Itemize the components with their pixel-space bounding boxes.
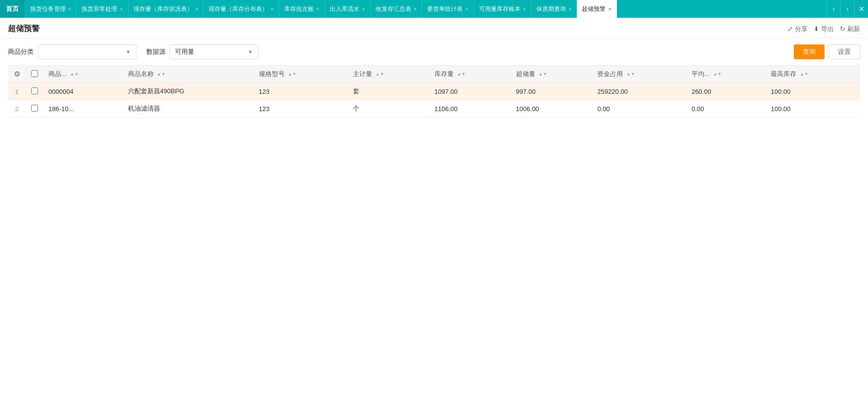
col-checkbox-header [26, 66, 43, 83]
category-label: 商品分类 [8, 47, 34, 56]
settings-button[interactable]: 设置 [828, 44, 860, 59]
row-unit-1: 个 [348, 100, 430, 118]
row-stock-1: 1106.00 [430, 100, 511, 118]
datasource-value: 可用量 [175, 47, 194, 56]
row-num-1: 2 [8, 100, 26, 118]
col-gear: ⚙ [8, 66, 26, 83]
col-name-header: 商品名称 ▲▼ [123, 66, 254, 83]
nav-tab-3[interactable]: 现存量（库存分布表）× [204, 0, 279, 18]
col-avg-header: 平均... ▲▼ [687, 66, 766, 83]
query-button[interactable]: 查询 [794, 44, 825, 59]
col-spec-header: 规格型号 ▲▼ [254, 66, 348, 83]
refresh-icon: ↻ [840, 25, 845, 33]
header-actions: ⤢ 分享 ⬇ 导出 ↻ 刷新 [787, 25, 860, 34]
data-table: ⚙ 商品... ▲▼ 商品名称 ▲▼ 规格型号 ▲▼ [8, 65, 860, 118]
sort-avg-icon[interactable]: ▲▼ [713, 72, 722, 77]
table-row: 2 186-10... 机油滤清器 123 个 1106.00 1006.00 … [8, 100, 860, 118]
close-tab-icon-5[interactable]: × [362, 6, 365, 12]
row-code-0: 0000004 [43, 83, 123, 100]
col-unit-header: 主计量 ▲▼ [348, 66, 430, 83]
nav-next-arrow[interactable]: › [840, 0, 854, 18]
close-tab-icon-6[interactable]: × [414, 6, 417, 12]
nav-tab-0[interactable]: 拣货任务管理× [25, 0, 77, 18]
page-title: 超储预警 [8, 24, 40, 34]
row-over-0: 997.00 [511, 83, 593, 100]
datasource-filter: 数据源 可用量 ▼ [146, 44, 259, 59]
refresh-button[interactable]: ↻ 刷新 [840, 25, 860, 34]
nav-tab-9[interactable]: 保质期查询× [531, 0, 577, 18]
row-spec-1: 123 [254, 100, 348, 118]
sort-spec-icon[interactable]: ▲▼ [288, 72, 297, 77]
datasource-select[interactable]: 可用量 ▼ [170, 44, 259, 59]
col-stock-header: 库存量 ▲▼ [430, 66, 511, 83]
row-name-1: 机油滤清器 [123, 100, 254, 118]
datasource-label: 数据源 [146, 47, 166, 56]
close-tab-icon-1[interactable]: × [120, 6, 123, 12]
col-maxstock-header: 最高库存 ▲▼ [766, 66, 860, 83]
sort-stock-icon[interactable]: ▲▼ [457, 72, 466, 77]
close-tab-icon-2[interactable]: × [195, 6, 198, 12]
sort-unit-icon[interactable]: ▲▼ [376, 72, 385, 77]
nav-tab-6[interactable]: 收发存汇总表× [371, 0, 422, 18]
table-header-row: ⚙ 商品... ▲▼ 商品名称 ▲▼ 规格型号 ▲▼ [8, 66, 860, 83]
nav-tab-8[interactable]: 可用量库存账本× [474, 0, 531, 18]
category-chevron-icon: ▼ [126, 49, 131, 55]
sort-code-icon[interactable]: ▲▼ [70, 72, 79, 77]
row-code-1: 186-10... [43, 100, 123, 118]
close-tab-icon-4[interactable]: × [316, 6, 319, 12]
row-stock-0: 1097.00 [430, 83, 511, 100]
close-tab-icon-0[interactable]: × [68, 6, 71, 12]
row-checkbox-col-1 [26, 100, 43, 118]
sort-over-icon[interactable]: ▲▼ [538, 72, 547, 77]
sort-maxstock-icon[interactable]: ▲▼ [800, 72, 809, 77]
datasource-chevron-icon: ▼ [248, 49, 253, 55]
nav-tab-1[interactable]: 拣货异常处理× [77, 0, 128, 18]
nav-tab-7[interactable]: 要货单统计表× [422, 0, 474, 18]
row-spec-0: 123 [254, 83, 348, 100]
page-header: 超储预警 ⤢ 分享 ⬇ 导出 ↻ 刷新 [0, 18, 868, 39]
table-container: ⚙ 商品... ▲▼ 商品名称 ▲▼ 规格型号 ▲▼ [0, 65, 868, 118]
page-content: 超储预警 ⤢ 分享 ⬇ 导出 ↻ 刷新 商品分类 ▼ 数据源 [0, 18, 868, 395]
row-capital-0: 259220.00 [592, 83, 686, 100]
nav-close-arrow[interactable]: ✕ [854, 0, 868, 18]
close-tab-icon-10[interactable]: × [608, 6, 611, 12]
row-num-0: 1 [8, 83, 26, 100]
nav-prev-arrow[interactable]: ‹ [826, 0, 840, 18]
row-checkbox-1[interactable] [31, 105, 38, 112]
select-all-checkbox[interactable] [31, 70, 38, 77]
row-checkbox-0[interactable] [31, 87, 38, 94]
nav-arrows: ‹ › ✕ [826, 0, 868, 18]
nav-home[interactable]: 首页 [0, 0, 25, 18]
nav-tab-2[interactable]: 现存量（库存状况表）× [129, 0, 204, 18]
col-over-header: 超储量 ▲▼ [511, 66, 593, 83]
nav-tab-4[interactable]: 库存批次账× [279, 0, 325, 18]
share-icon: ⤢ [787, 25, 793, 33]
row-maxstock-0: 100.00 [766, 83, 860, 100]
sort-capital-icon[interactable]: ▲▼ [626, 72, 635, 77]
filter-area: 商品分类 ▼ 数据源 可用量 ▼ 查询 设置 [0, 39, 868, 65]
table-row: 1 0000004 六配套新昌490BPG 123 套 1097.00 997.… [8, 83, 860, 100]
export-icon: ⬇ [814, 25, 819, 33]
row-avg-1: 0.00 [687, 100, 766, 118]
row-maxstock-1: 100.00 [766, 100, 860, 118]
category-filter: 商品分类 ▼ [8, 44, 136, 59]
row-capital-1: 0.00 [592, 100, 686, 118]
close-tab-icon-3[interactable]: × [270, 6, 273, 12]
row-over-1: 1006.00 [511, 100, 593, 118]
export-button[interactable]: ⬇ 导出 [814, 25, 834, 34]
col-code-header: 商品... ▲▼ [43, 66, 123, 83]
close-tab-icon-9[interactable]: × [568, 6, 571, 12]
nav-tab-5[interactable]: 出入库流水× [325, 0, 370, 18]
share-button[interactable]: ⤢ 分享 [787, 25, 808, 34]
col-capital-header: 资金占用 ▲▼ [592, 66, 686, 83]
close-tab-icon-8[interactable]: × [523, 6, 526, 12]
close-tab-icon-7[interactable]: × [465, 6, 468, 12]
sort-name-icon[interactable]: ▲▼ [157, 72, 166, 77]
row-unit-0: 套 [348, 83, 430, 100]
nav-tab-10[interactable]: 超储预警× [577, 0, 616, 18]
row-avg-0: 260.00 [687, 83, 766, 100]
filter-action-buttons: 查询 设置 [794, 44, 860, 59]
category-select[interactable]: ▼ [38, 44, 136, 59]
column-settings-icon[interactable]: ⚙ [14, 70, 20, 78]
top-navigation: 首页 拣货任务管理×拣货异常处理×现存量（库存状况表）×现存量（库存分布表）×库… [0, 0, 868, 18]
